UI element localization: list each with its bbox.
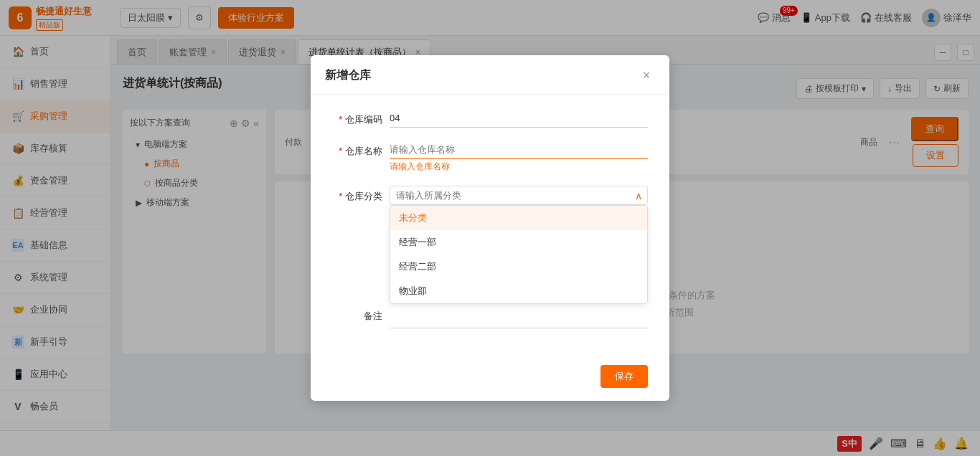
remark-textarea[interactable]	[390, 305, 648, 328]
warehouse-name-label: * 仓库名称	[332, 141, 390, 158]
modal-body: * 仓库编码 * 仓库名称 请输入仓库名称 * 仓库分类	[311, 95, 669, 358]
modal-overlay[interactable]: 新增仓库 × * 仓库编码 * 仓库名称 请输入仓库名称	[0, 0, 980, 456]
remark-wrap	[390, 305, 648, 331]
category-dropdown: 未分类 经营一部 经营二部 物业部	[390, 205, 648, 304]
save-button[interactable]: 保存	[600, 365, 648, 388]
remark-label: 备注	[332, 305, 390, 323]
modal-footer: 保存	[311, 358, 669, 401]
modal-header: 新增仓库 ×	[311, 55, 669, 95]
modal-title: 新增仓库	[325, 68, 371, 83]
warehouse-name-error: 请输入仓库名称	[390, 161, 648, 173]
warehouse-category-wrap: ∧ 未分类 经营一部 经营二部 物业部	[390, 186, 648, 205]
dropdown-item-dept3[interactable]: 物业部	[390, 279, 647, 303]
warehouse-code-label: * 仓库编码	[332, 109, 390, 126]
warehouse-name-wrap: 请输入仓库名称	[390, 141, 648, 173]
warehouse-category-label: * 仓库分类	[332, 186, 390, 203]
form-row-name: * 仓库名称 请输入仓库名称	[332, 141, 648, 173]
form-row-code: * 仓库编码	[332, 109, 648, 128]
modal-close-button[interactable]: ×	[638, 67, 655, 84]
warehouse-code-input[interactable]	[390, 109, 648, 128]
warehouse-code-wrap	[390, 109, 648, 128]
dropdown-item-dept1[interactable]: 经营一部	[390, 230, 647, 255]
form-row-category: * 仓库分类 ∧ 未分类 经营一部 经营二部 物业部	[332, 186, 648, 205]
modal-new-warehouse: 新增仓库 × * 仓库编码 * 仓库名称 请输入仓库名称	[311, 55, 669, 401]
dropdown-item-none[interactable]: 未分类	[390, 206, 647, 230]
warehouse-name-input[interactable]	[390, 141, 648, 159]
warehouse-category-input[interactable]	[390, 186, 648, 205]
dropdown-item-dept2[interactable]: 经营二部	[390, 255, 647, 279]
form-row-remark: 备注	[332, 305, 648, 331]
